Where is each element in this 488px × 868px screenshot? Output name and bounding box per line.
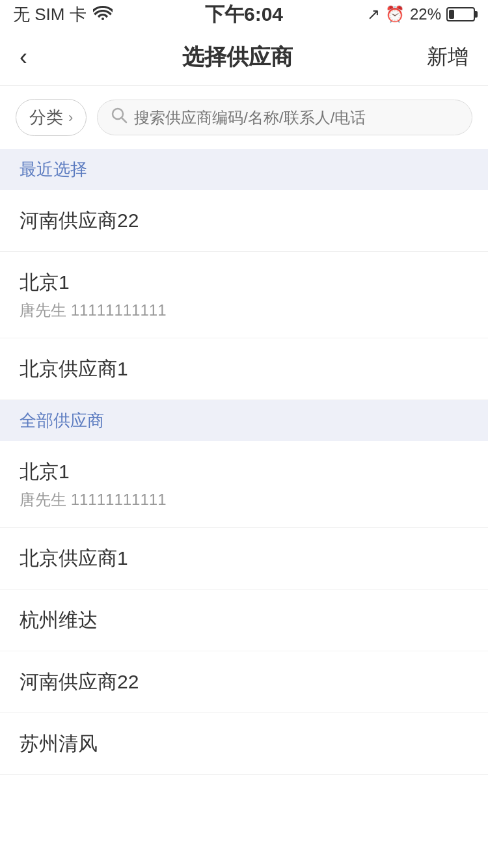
category-filter[interactable]: 分类 ›: [16, 99, 87, 136]
location-icon: ↗: [367, 5, 380, 23]
item-sub: 唐先生 11111111111: [20, 489, 468, 510]
list-item-recent-2[interactable]: 北京供应商1: [0, 338, 488, 400]
list-item-all-4[interactable]: 苏州清风: [0, 713, 488, 775]
list-container: 最近选择河南供应商22北京1唐先生 11111111111北京供应商1全部供应商…: [0, 149, 488, 775]
search-icon: [111, 107, 128, 128]
category-chevron: ›: [68, 109, 73, 126]
list-item-recent-1[interactable]: 北京1唐先生 11111111111: [0, 252, 488, 338]
list-item-all-1[interactable]: 北京供应商1: [0, 528, 488, 590]
status-left: 无 SIM 卡: [13, 3, 113, 26]
alarm-icon: ⏰: [385, 5, 405, 23]
item-name: 杭州维达: [20, 606, 468, 634]
item-name: 北京供应商1: [20, 355, 468, 383]
filter-bar: 分类 ›: [0, 86, 488, 149]
search-input[interactable]: [134, 109, 459, 127]
item-name: 河南供应商22: [20, 207, 468, 234]
section-header-all: 全部供应商: [0, 400, 488, 441]
item-name: 北京1: [20, 458, 468, 485]
nav-bar: ‹ 选择供应商 新增: [0, 29, 488, 86]
status-time: 下午6:04: [205, 1, 283, 28]
back-button[interactable]: ‹: [20, 44, 59, 71]
battery-percent: 22%: [410, 5, 441, 23]
list-item-all-2[interactable]: 杭州维达: [0, 590, 488, 651]
battery-icon: [446, 7, 475, 21]
status-bar: 无 SIM 卡 下午6:04 ↗ ⏰ 22%: [0, 0, 488, 29]
item-name: 河南供应商22: [20, 668, 468, 696]
list-item-all-0[interactable]: 北京1唐先生 11111111111: [0, 441, 488, 528]
carrier-text: 无 SIM 卡: [13, 3, 87, 26]
item-sub: 唐先生 11111111111: [20, 300, 468, 321]
page-title: 选择供应商: [182, 42, 293, 72]
section-header-recent: 最近选择: [0, 149, 488, 190]
list-item-all-3[interactable]: 河南供应商22: [0, 651, 488, 713]
item-name: 北京供应商1: [20, 545, 468, 572]
category-label: 分类: [29, 106, 63, 129]
item-name: 苏州清风: [20, 730, 468, 757]
svg-line-1: [122, 118, 126, 122]
status-right: ↗ ⏰ 22%: [367, 5, 475, 23]
item-name: 北京1: [20, 269, 468, 296]
list-item-recent-0[interactable]: 河南供应商22: [0, 190, 488, 252]
search-box[interactable]: [97, 100, 472, 135]
add-button[interactable]: 新增: [416, 43, 468, 72]
wifi-icon: [93, 5, 113, 25]
